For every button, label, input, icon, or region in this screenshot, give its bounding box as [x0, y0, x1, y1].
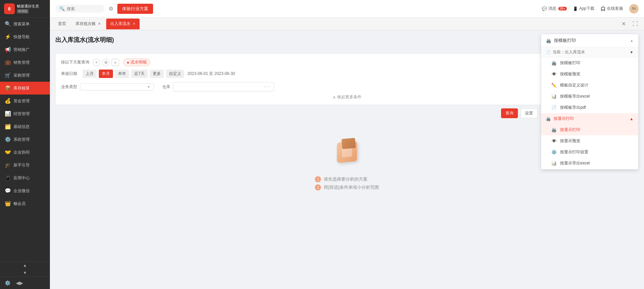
tab-maximize-btn[interactable]: ⛶: [631, 20, 640, 28]
dropdown-template-print[interactable]: 🖨️ 按模板打印: [541, 57, 638, 69]
marketing-icon: 📢: [5, 47, 11, 53]
filter-add-btn[interactable]: +: [93, 59, 100, 66]
date-this-year[interactable]: 本年: [115, 70, 129, 78]
current-caret: ▼: [630, 50, 634, 55]
sidebar-item-purchase[interactable]: 🛒 采购管理: [0, 69, 50, 82]
settings-btn[interactable]: 设置: [521, 108, 537, 118]
custom-item-icon: ✏️: [551, 83, 557, 88]
current-label: 当前：出入库流水: [553, 49, 585, 55]
sidebar-item-apps[interactable]: 📱 应用中心: [0, 172, 50, 184]
filter-collapse-btn[interactable]: «: [112, 59, 119, 66]
headset-icon: 🎧: [601, 6, 606, 11]
date-7days[interactable]: 近7天: [131, 70, 148, 78]
dropdown-display-settings[interactable]: ⚙️ 按显示打印设置: [541, 147, 638, 158]
warehouse-label: 仓库: [162, 84, 170, 90]
print-dropdown-icon: 🖨️: [546, 38, 551, 43]
top-bar: 🔍 ⚙ 体验行业方案 💬 消息 99+ 📱 App下载 🎧 在线客服 Rit: [50, 0, 644, 18]
dropdown-display-pdf[interactable]: 📄 按显示导出pdf: [541, 169, 638, 169]
tab-home[interactable]: 首页: [54, 19, 70, 29]
dropdown-display-section[interactable]: 🖨️ 按显示打印 ▲: [541, 113, 638, 124]
sidebar-item-marketing[interactable]: 📢 营销推广: [0, 43, 50, 56]
dropdown-template-excel[interactable]: 📊 按模板导出excel: [541, 91, 638, 102]
sidebar-item-base[interactable]: 🗂️ 基础信息: [0, 120, 50, 133]
date-this-month[interactable]: 本月: [99, 70, 113, 78]
dropdown-template-custom[interactable]: ✏️ 模板自定义设计: [541, 80, 638, 91]
sidebar-item-member[interactable]: 👑 畅会员: [0, 197, 50, 210]
warehouse-select[interactable]: ···: [173, 82, 274, 91]
app-logo-icon: 6: [4, 3, 15, 14]
sidebar-label-marketing: 营销推广: [13, 47, 30, 53]
sidebar-item-quick[interactable]: ⚡ 快捷导航: [0, 30, 50, 43]
sidebar-scroll-down[interactable]: ▼: [23, 270, 27, 275]
tab-inventory-flow-label: 出入库流水: [110, 21, 130, 27]
app-edition: 标准版: [17, 9, 29, 14]
date-custom[interactable]: 自定义: [166, 70, 184, 78]
sidebar-item-collab[interactable]: 🤝 企业协同: [0, 146, 50, 159]
gear-icon[interactable]: ⚙: [109, 5, 113, 12]
sidebar-item-system[interactable]: ⚙️ 系统管理: [0, 133, 50, 146]
date-filter: 上月 本月 本年 近7天 更多 自定义 2023-06-01 至 2023-06…: [83, 70, 235, 78]
sidebar-item-operations[interactable]: 📊 经营管理: [0, 107, 50, 120]
dropdown-header-text: 按模板打印: [554, 37, 576, 44]
system-icon: ⚙️: [5, 136, 11, 142]
display-print-label: 按显示打印: [560, 127, 580, 133]
purchase-icon: 🛒: [5, 72, 11, 78]
message-btn[interactable]: 💬 消息 99+: [542, 6, 567, 11]
tab-inventory-flow[interactable]: 出入库流水 ✕: [106, 19, 140, 29]
sidebar: 6 畅捷通好生意 标准版 🔍 搜索菜单 ⚡ 快捷导航 📢 营销推广 💼 销售管理…: [0, 0, 50, 289]
query-btn[interactable]: 查询: [501, 108, 518, 118]
app-name: 畅捷通好生意: [17, 4, 39, 8]
user-avatar-area[interactable]: Rit: [629, 4, 639, 14]
display-preview-icon: 👁️: [551, 138, 557, 143]
date-last-month[interactable]: 上月: [83, 70, 97, 78]
search-box[interactable]: 🔍: [55, 5, 105, 12]
tab-close-all-btn[interactable]: ✕: [619, 20, 628, 28]
online-service-label: 在线客服: [607, 6, 623, 11]
sidebar-logo: 6 畅捷通好生意 标准版: [0, 0, 50, 18]
online-service-btn[interactable]: 🎧 在线客服: [601, 6, 623, 11]
search-input[interactable]: [67, 6, 100, 11]
sidebar-item-guide[interactable]: 🎓 新手引导: [0, 159, 50, 172]
collapse-icon[interactable]: ◀▶: [16, 280, 23, 286]
filter-tag-flow[interactable]: ● 流水明细: [123, 58, 150, 66]
finance-icon: 💰: [5, 98, 11, 104]
dropdown-template-preview[interactable]: 👁️ 按模板预览: [541, 69, 638, 80]
sidebar-item-inventory[interactable]: 📦 库存核算: [0, 82, 50, 95]
member-icon: 👑: [5, 201, 11, 207]
settings-bottom-icon[interactable]: ⚙️: [5, 280, 10, 286]
app-download-btn[interactable]: 📱 App下载: [573, 6, 594, 11]
dropdown-display-excel[interactable]: 📊 按显示导出excel: [541, 158, 638, 169]
empty-steps: 1 请先选择要分析的方案 2 用[筛选]条件来缩小分析范围: [315, 176, 379, 190]
base-icon: 🗂️: [5, 124, 11, 130]
sales-icon: 💼: [5, 59, 11, 65]
display-section-caret: ▲: [630, 116, 634, 121]
filter-config-btn[interactable]: ⚙: [102, 59, 110, 66]
sidebar-item-sales[interactable]: 💼 销售管理: [0, 56, 50, 69]
tab-bar: 首页 库存批次账 ✕ 出入库流水 ✕ ✕ ⛶: [50, 18, 644, 30]
display-excel-label: 按显示导出excel: [560, 160, 590, 166]
empty-step-2-text: 用[筛选]条件来缩小分析范围: [324, 184, 379, 190]
dropdown-display-print[interactable]: 🖨️ 按显示打印: [541, 124, 638, 135]
sidebar-item-finance[interactable]: 💰 资金管理: [0, 95, 50, 107]
print-item-icon: 🖨️: [551, 60, 557, 65]
dropdown-header[interactable]: 🖨️ 按模板打印 ▲: [541, 34, 638, 47]
tab-home-label: 首页: [58, 21, 66, 27]
warehouse-more-icon[interactable]: ···: [264, 84, 270, 90]
tab-inventory-batch[interactable]: 库存批次账 ✕: [71, 19, 105, 29]
guide-icon: 🎓: [5, 162, 11, 168]
biz-type-select[interactable]: ▼: [80, 83, 154, 90]
apps-icon: 📱: [5, 175, 11, 181]
dropdown-display-preview[interactable]: 👁️ 按显示预览: [541, 135, 638, 147]
tab-inventory-flow-close[interactable]: ✕: [133, 22, 136, 26]
date-more[interactable]: 更多: [150, 70, 164, 78]
chevron-up-icon: ∧: [333, 95, 336, 100]
sidebar-bottom: ⚙️ ◀▶: [0, 277, 50, 289]
warehouse-field: 仓库 ···: [162, 82, 274, 91]
industry-btn[interactable]: 体验行业方案: [117, 4, 153, 14]
date-filter-label: 单据日期: [61, 71, 77, 77]
dropdown-template-pdf[interactable]: 📄 按模板导出pdf: [541, 102, 638, 113]
sidebar-item-wechat[interactable]: 💬 企业微信: [0, 184, 50, 197]
sidebar-scroll-up[interactable]: ▲: [23, 263, 27, 268]
sidebar-item-search[interactable]: 🔍 搜索菜单: [0, 18, 50, 30]
tab-inventory-batch-close[interactable]: ✕: [98, 22, 101, 26]
